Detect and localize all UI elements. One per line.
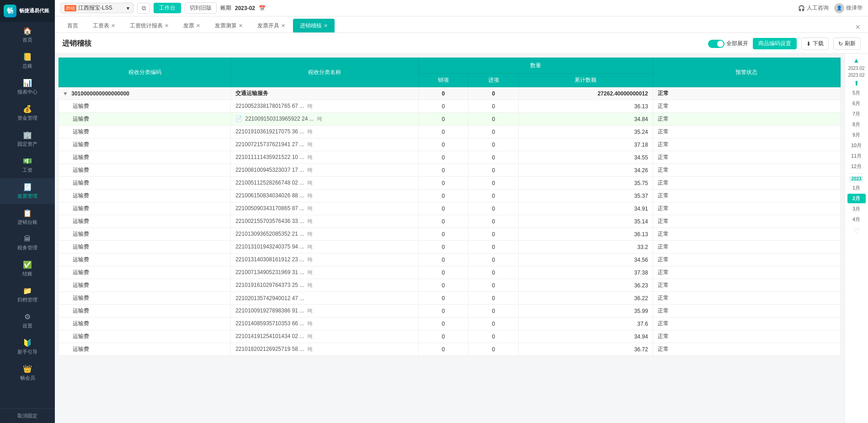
- unpin-button[interactable]: 取消固定: [0, 408, 55, 423]
- table-row[interactable]: 运输费 221013140308161912 23 ... 吨 0 0 34.5…: [59, 254, 841, 266]
- switch-version-button[interactable]: 切到旧版: [185, 2, 217, 14]
- invoice-cell: 221020135742940012 47 ...: [231, 292, 418, 305]
- table-row[interactable]: 运输费 221007134905231969 31 ... 吨 0 0 37.3…: [59, 266, 841, 279]
- close-all-icon[interactable]: ✕: [853, 21, 863, 32]
- sidebar-item-sales[interactable]: 📋 进销台账: [0, 204, 55, 230]
- cal-month-3[interactable]: 3月: [847, 204, 866, 214]
- sidebar-item-reports[interactable]: 📊 报表中心: [0, 74, 55, 100]
- calendar-up-btn[interactable]: ⬆: [850, 79, 863, 88]
- download-button[interactable]: ⬇ 下载: [801, 37, 829, 50]
- table-row[interactable]: 运输费 221019161029764373 25 ... 吨 0 0 36.2…: [59, 279, 841, 292]
- sales-icon: 📋: [23, 209, 32, 217]
- table-row[interactable]: 运输费 221018202126925719 58 ... 吨 0 0 36.7…: [59, 343, 841, 356]
- calendar-panel: ▲ 2023.02 2023.02 ⬆ 5月 6月 7月 8月 9月 10月 1…: [844, 54, 868, 423]
- cal-month-11[interactable]: 11月: [847, 151, 866, 161]
- cal-month-9[interactable]: 9月: [847, 130, 866, 140]
- cal-month-10[interactable]: 10月: [847, 141, 866, 150]
- table-row[interactable]: 运输费 221020135742940012 47 ... 0 0 36.22 …: [59, 292, 841, 305]
- purchase-cell: 0: [469, 215, 519, 228]
- purchase-cell: 0: [469, 126, 519, 138]
- expand-switch[interactable]: [708, 40, 724, 48]
- calendar-heart-icon[interactable]: ♡: [852, 225, 862, 237]
- table-row[interactable]: 运输费 221006150834034026 88 ... 吨 0 0 35.3…: [59, 190, 841, 202]
- sidebar-item-home[interactable]: 🏠 首页: [0, 22, 55, 48]
- tab-salary-report[interactable]: 工资统计报表 ✕: [123, 19, 176, 32]
- sidebar-item-funds[interactable]: 💰 资金管理: [0, 100, 55, 126]
- tab-invoice-issue[interactable]: 发票开具 ✕: [250, 19, 292, 32]
- refresh-button[interactable]: ↻ 刷新: [833, 37, 861, 50]
- sub-name-cell: 运输费: [59, 343, 231, 356]
- tab-close-icon[interactable]: ✕: [165, 23, 169, 29]
- sidebar-item-label: 发票管理: [17, 193, 37, 200]
- sidebar-item-guide[interactable]: 🔰 新手引导: [0, 334, 55, 360]
- cal-month-8[interactable]: 8月: [847, 120, 866, 129]
- calendar-up-nav[interactable]: ▲: [850, 56, 863, 65]
- invoice-cell: 221005090343170865 87 ... 吨: [231, 202, 418, 215]
- sidebar-item-invoice[interactable]: 🧾 发票管理: [0, 178, 55, 204]
- table-row[interactable]: 运输费 221014191254101434 02 ... 吨 0 0 34.9…: [59, 330, 841, 343]
- table-row[interactable]: 运输费 221002155703576436 33 ... 吨 0 0 35.1…: [59, 215, 841, 228]
- cal-month-7[interactable]: 7月: [847, 109, 866, 119]
- calendar-icon[interactable]: 📅: [259, 5, 266, 11]
- cal-month-4[interactable]: 4月: [847, 215, 866, 224]
- sale-cell: 0: [418, 177, 469, 190]
- sidebar-item-ledger[interactable]: 📒 总账: [0, 48, 55, 74]
- copy-button[interactable]: ⧉: [137, 3, 150, 14]
- workbench-button[interactable]: 工作台: [154, 3, 181, 13]
- table-row[interactable]: 运输费 221013101943240375 94 ... 吨 0 0 33.2…: [59, 241, 841, 254]
- company-name: 江西报宝-LSS: [78, 4, 112, 12]
- tab-label: 发票开具: [257, 22, 279, 30]
- table-row[interactable]: 运输费 221019103619217075 36 ... 吨 0 0 35.2…: [59, 126, 841, 138]
- col-sale-header: 销项: [418, 74, 469, 87]
- table-row[interactable]: 运输费 221005233817801765 67 ... 吨 0 0 36.1…: [59, 100, 841, 113]
- table-row[interactable]: 运输费 📄 221009150313965922 24 ... 吨 0 0 34…: [59, 113, 841, 126]
- table-row[interactable]: 运输费 221013093652085352 21 ... 吨 0 0 36.1…: [59, 228, 841, 241]
- table-row[interactable]: 运输费 221005090343170865 87 ... 吨 0 0 34.9…: [59, 202, 841, 215]
- cal-month-12[interactable]: 12月: [847, 162, 866, 171]
- sidebar-item-salary[interactable]: 💵 工资: [0, 152, 55, 178]
- tab-close-icon[interactable]: ✕: [196, 23, 200, 29]
- tab-sales-audit[interactable]: 进销稽核 ✕: [293, 19, 335, 32]
- tab-salary-table[interactable]: 工资表 ✕: [86, 19, 122, 32]
- tab-close-icon[interactable]: ✕: [324, 23, 328, 29]
- cal-month-2-current[interactable]: 2月: [847, 194, 866, 203]
- sidebar-item-label: 总账: [22, 63, 32, 69]
- dropdown-icon: ▾: [127, 5, 129, 11]
- cumulative-cell: 37.6: [518, 317, 653, 330]
- cumulative-cell: 34.94: [518, 330, 653, 343]
- product-code-settings-button[interactable]: 商品编码设置: [753, 38, 797, 49]
- cal-month-1[interactable]: 1月: [847, 183, 866, 193]
- tab-close-icon[interactable]: ✕: [281, 23, 285, 29]
- company-selector[interactable]: 勿动 江西报宝-LSS ▾: [60, 3, 133, 13]
- table-row[interactable]: 运输费 221007215737621941 27 ... 吨 0 0 37.1…: [59, 138, 841, 151]
- table-row[interactable]: 运输费 221010091927898386 91 ... 吨 0 0 35.9…: [59, 305, 841, 317]
- sidebar-item-close[interactable]: ✅ 结账: [0, 256, 55, 282]
- user-info[interactable]: 👤 徐泽华: [834, 3, 863, 13]
- table-row[interactable]: 运输费 221008100945323037 17 ... 吨 0 0 34.2…: [59, 164, 841, 177]
- sidebar-item-member[interactable]: 👑 畅会员: [0, 360, 55, 386]
- tab-invoice-calc[interactable]: 发票测算 ✕: [208, 19, 250, 32]
- table-row[interactable]: 运输费 221014085935710353 66 ... 吨 0 0 37.6…: [59, 317, 841, 330]
- tab-close-icon[interactable]: ✕: [111, 23, 115, 29]
- cal-month-6[interactable]: 6月: [847, 99, 866, 108]
- sidebar-item-assets[interactable]: 🏢 固定资产: [0, 126, 55, 152]
- invoice-cell: 221019161029764373 25 ... 吨: [231, 279, 418, 292]
- status-cell: 正常: [653, 164, 840, 177]
- purchase-cell: 0: [469, 317, 519, 330]
- table-row[interactable]: ▼ 3010000000000000000 交通运输服务 0 0 27262.4…: [59, 87, 841, 100]
- purchase-cell: 0: [469, 164, 519, 177]
- tab-close-icon[interactable]: ✕: [239, 23, 243, 29]
- tab-home[interactable]: 首页: [60, 19, 85, 32]
- sub-name-cell: 运输费: [59, 215, 231, 228]
- sidebar-item-tax[interactable]: 🏛 税务管理: [0, 230, 55, 256]
- cal-month-5[interactable]: 5月: [847, 88, 866, 98]
- sale-cell: 0: [418, 228, 469, 241]
- sidebar-item-archive[interactable]: 📁 归档管理: [0, 282, 55, 308]
- purchase-cell: 0: [469, 177, 519, 190]
- table-row[interactable]: 运输费 221005112528266748 02 ... 吨 0 0 35.7…: [59, 177, 841, 190]
- tab-invoice[interactable]: 发票 ✕: [176, 19, 207, 32]
- support-button[interactable]: 🎧 人工咨询: [798, 4, 829, 12]
- sidebar-item-settings[interactable]: ⚙ 设置: [0, 308, 55, 334]
- status-cell: 正常: [653, 100, 840, 113]
- table-row[interactable]: 运输费 221011111435921522 10 ... 吨 0 0 34.5…: [59, 151, 841, 164]
